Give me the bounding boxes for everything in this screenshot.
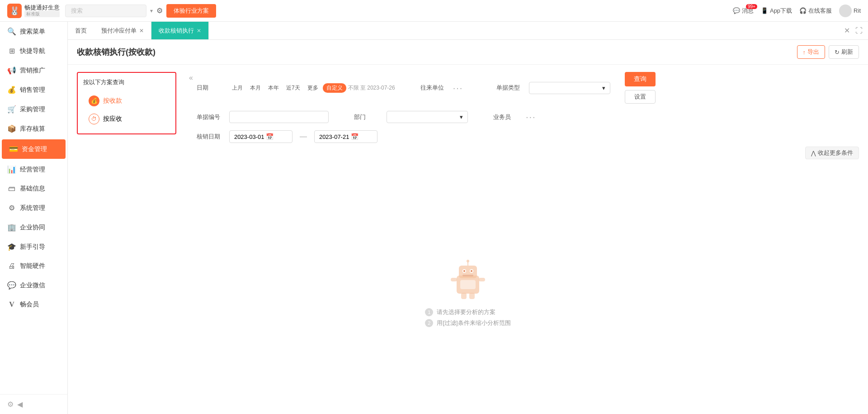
party-input-dots[interactable]: ··· [453, 83, 471, 93]
sidebar-item-sales[interactable]: 💰 销售管理 [0, 80, 67, 100]
date-btn-more[interactable]: 更多 [305, 83, 321, 93]
verify-date-label: 核销日期 [197, 133, 222, 141]
sidebar-item-member[interactable]: V 畅会员 [0, 295, 67, 314]
tab-bar: 首页 预付冲应付单 ✕ 收款核销执行 ✕ ✕ ⛶ [68, 22, 868, 40]
query-button[interactable]: 查询 [625, 72, 656, 86]
staff-label: 业务员 [493, 113, 519, 121]
sidebar-item-marketing[interactable]: 📢 营销推广 [0, 61, 67, 80]
sidebar-item-wechat[interactable]: 💬 企业微信 [0, 276, 67, 295]
svg-point-5 [471, 270, 472, 272]
message-button[interactable]: 💬 消息 99+ [733, 7, 754, 15]
verify-date-start-picker[interactable]: 2023-03-01 📅 [229, 130, 292, 143]
user-profile[interactable]: Rit [839, 5, 861, 17]
sidebar-item-operations[interactable]: 📊 经营管理 [0, 160, 67, 179]
sidebar-item-search[interactable]: 🔍 搜索菜单 [0, 22, 67, 41]
svg-rect-9 [451, 278, 457, 281]
brand-name: 畅捷通好生意 [24, 4, 60, 11]
sidebar-item-quicknav[interactable]: ⊞ 快捷导航 [0, 41, 67, 61]
brand-badge: 标准版 [24, 11, 60, 17]
tab-close-all-icon[interactable]: ✕ [842, 24, 852, 37]
brand-icon: 🐰 [7, 4, 22, 18]
filter-area: 按以下方案查询 💰 按收款 ⏱ 按应收 « [68, 65, 868, 170]
top-bar: 🐰 畅捷通好生意 标准版 搜索 ▾ ⚙ 体验行业方案 💬 消息 99+ 📱 Ap… [0, 0, 868, 22]
date-btn-7days[interactable]: 近7天 [283, 83, 303, 93]
hardware-icon: 🖨 [7, 262, 16, 270]
message-badge: 99+ [746, 4, 757, 9]
grid-icon: ⊞ [7, 47, 16, 55]
tab-home[interactable]: 首页 [68, 27, 94, 35]
search-box[interactable]: 搜索 [65, 5, 146, 17]
settings-button[interactable]: 设置 [625, 90, 656, 104]
date-buttons: 上月 本月 本年 近7天 更多 自定义 不限 至 2023-07-26 [229, 83, 395, 93]
verify-start-value: 2023-03-01 [234, 133, 264, 140]
sidebar-item-enterprise[interactable]: 🏢 企业协同 [0, 218, 67, 237]
online-service-button[interactable]: 🎧 在线客服 [799, 7, 832, 15]
filter-row-2: 单据编号 部门 ▾ 业务员 ··· [197, 111, 859, 123]
right-panel: 首页 预付冲应付单 ✕ 收款核销执行 ✕ ✕ ⛶ 收款核销执行(按收款) [68, 22, 868, 414]
settings-bottom-icon[interactable]: ⚙ [7, 400, 14, 409]
finance-icon: 💳 [9, 145, 18, 153]
staff-input-dots[interactable]: ··· [526, 112, 544, 122]
svg-point-4 [463, 270, 465, 272]
receipt-icon: 💰 [89, 95, 99, 106]
svg-rect-12 [469, 293, 475, 299]
filter-option-by-receipt[interactable]: 💰 按收款 [83, 92, 170, 110]
date-label: 日期 [197, 84, 222, 92]
date-btn-last-month[interactable]: 上月 [229, 83, 245, 93]
svg-rect-13 [460, 280, 476, 289]
filter-option-by-receivable[interactable]: ⏱ 按应收 [83, 110, 170, 128]
calendar-end-icon: 📅 [351, 133, 359, 140]
sidebar-item-guide[interactable]: 🎓 新手引导 [0, 237, 67, 257]
tab-prepay-close[interactable]: ✕ [139, 28, 144, 34]
collapse-more-button[interactable]: ⋀ 收起更多条件 [805, 147, 859, 159]
main-layout: 🔍 搜索菜单 ⊞ 快捷导航 📢 营销推广 💰 销售管理 🛒 采购管理 📦 库存核… [0, 22, 868, 414]
sidebar-item-system[interactable]: ⚙ 系统管理 [0, 198, 67, 218]
dept-select-chevron-icon: ▾ [460, 114, 463, 120]
megaphone-icon: 📢 [7, 66, 16, 75]
info-icon: 🗃 [7, 185, 16, 193]
refresh-button[interactable]: ↻ 刷新 [829, 45, 859, 59]
export-button[interactable]: ↑ 导出 [797, 45, 826, 59]
date-btn-this-year[interactable]: 本年 [265, 83, 282, 93]
industry-button[interactable]: 体验行业方案 [166, 4, 216, 18]
brand: 🐰 畅捷通好生意 标准版 [7, 4, 60, 18]
tab-verify[interactable]: 收款核销执行 ✕ [151, 22, 209, 39]
receivable-icon: ⏱ [89, 114, 99, 124]
app-icon: 📱 [761, 7, 768, 14]
message-icon: 💬 [733, 7, 740, 14]
sidebar-bottom: ⚙ ◀ [0, 394, 67, 414]
calendar-start-icon: 📅 [266, 133, 274, 140]
gear-icon[interactable]: ⚙ [156, 6, 163, 15]
collapse-sidebar-icon[interactable]: ◀ [17, 400, 23, 409]
filter-row-1: 日期 上月 本月 本年 近7天 更多 自定义 不限 至 2023-07-26 [197, 72, 859, 104]
sidebar-item-basicinfo[interactable]: 🗃 基础信息 [0, 179, 67, 198]
sidebar-item-inventory[interactable]: 📦 库存核算 [0, 119, 67, 138]
filter-left-collapse-icon[interactable]: « [185, 74, 197, 82]
svg-rect-11 [461, 293, 467, 299]
date-btn-this-month[interactable]: 本月 [247, 83, 264, 93]
tab-verify-close[interactable]: ✕ [197, 28, 201, 34]
sales-icon: 💰 [7, 86, 16, 94]
chevron-up-icon: ⋀ [811, 150, 816, 157]
sidebar-item-finance[interactable]: 💳 资金管理 [2, 139, 66, 159]
doc-no-input[interactable] [229, 111, 329, 123]
app-download-button[interactable]: 📱 App下载 [761, 7, 792, 15]
export-icon: ↑ [803, 49, 806, 56]
operations-icon: 📊 [7, 165, 16, 174]
verify-date-end-picker[interactable]: 2023-07-21 📅 [314, 130, 377, 143]
date-btn-custom[interactable]: 自定义 [323, 83, 346, 93]
tab-expand-icon[interactable]: ⛶ [854, 25, 864, 37]
dept-select[interactable]: ▾ [387, 111, 468, 123]
doc-no-label: 单据编号 [197, 113, 222, 121]
search-icon: 🔍 [7, 27, 16, 36]
sidebar-item-purchase[interactable]: 🛒 采购管理 [0, 100, 67, 119]
svg-rect-10 [479, 278, 485, 281]
empty-hint-2: 2 用[过滤]条件来缩小分析范围 [425, 319, 510, 327]
member-icon: V [7, 300, 16, 309]
doc-type-select[interactable]: ▾ [529, 82, 610, 94]
empty-state: 1 请先选择要分析的方案 2 用[过滤]条件来缩小分析范围 [68, 170, 868, 414]
sidebar-item-hardware[interactable]: 🖨 智能硬件 [0, 257, 67, 276]
refresh-icon: ↻ [835, 49, 840, 56]
party-label: 往来单位 [420, 84, 446, 92]
tab-prepay[interactable]: 预付冲应付单 ✕ [94, 22, 151, 39]
